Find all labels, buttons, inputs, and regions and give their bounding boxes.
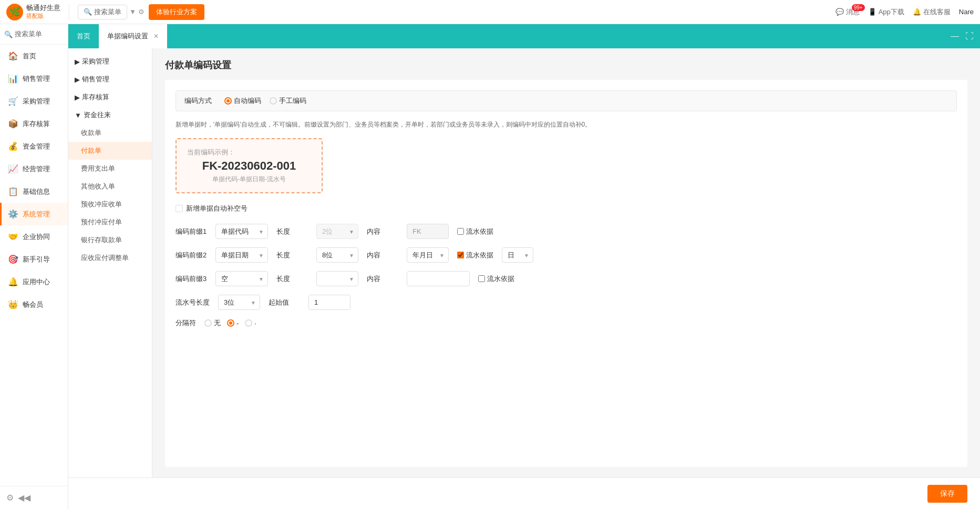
online-service-btn[interactable]: 🔔 在线客服 xyxy=(913,7,951,17)
page-title: 付款单编码设置 xyxy=(165,59,967,71)
start-value-input[interactable] xyxy=(308,295,350,310)
prefix1-select-wrapper: 单据代码 ▼ xyxy=(215,224,268,239)
content2-select[interactable]: 年月日 xyxy=(407,247,449,263)
content3-input[interactable] xyxy=(407,271,470,286)
encoding-radio-group: 自动编码 手工编码 xyxy=(224,96,306,106)
sidebar-item-partner[interactable]: 🤝 企业协同 xyxy=(0,225,68,248)
length2-select[interactable]: 8位 xyxy=(316,247,358,263)
waterfall1-checkbox[interactable] xyxy=(457,228,464,235)
search-menu-btn[interactable]: 🔍 搜索菜单 xyxy=(78,5,127,19)
sep-dash-radio[interactable]: · xyxy=(245,319,256,327)
guide-icon: 🎯 xyxy=(8,254,18,264)
period-select[interactable]: 日 xyxy=(502,247,533,263)
tab-home-label: 首页 xyxy=(77,32,90,41)
sidebar-item-home[interactable]: 🏠 首页 xyxy=(0,45,68,67)
waterfall1-checkbox-label[interactable]: 流水依据 xyxy=(457,227,493,236)
sidebar-item-member[interactable]: 👑 畅会员 xyxy=(0,293,68,316)
message-btn[interactable]: 💬 消息 99+ xyxy=(835,7,860,17)
logo-name: 畅通好生意 xyxy=(26,4,60,12)
sidebar-item-label: 企业协同 xyxy=(23,232,50,242)
length3-select[interactable] xyxy=(316,271,358,286)
sidebar-item-base[interactable]: 📋 基础信息 xyxy=(0,180,68,203)
sub-group-inventory-title[interactable]: ▶ 库存核算 xyxy=(68,88,152,106)
waterfall2-checkbox-label[interactable]: 流水依据 xyxy=(457,251,493,260)
serial-length-select[interactable]: 3位 xyxy=(218,295,260,310)
sub-item-qita[interactable]: 其他收入单 xyxy=(68,178,152,195)
waterfall3-checkbox-label[interactable]: 流水依据 xyxy=(478,274,514,284)
auto-fill-checkbox[interactable] xyxy=(176,205,183,212)
sub-item-fukuandan[interactable]: 付款单 xyxy=(68,142,152,160)
manual-code-radio-circle xyxy=(270,97,277,105)
preview-box: 当前编码示例： FK-20230602-001 单据代码-单据日期-流水号 xyxy=(176,138,323,193)
sub-group-purchase-title[interactable]: ▶ 采购管理 xyxy=(68,53,152,70)
tab-close-icon[interactable]: ✕ xyxy=(153,33,159,40)
save-button[interactable]: 保存 xyxy=(927,485,967,503)
length1-select[interactable]: 2位 xyxy=(316,224,358,239)
serial-length-label: 流水号长度 xyxy=(176,298,210,307)
settings-bottom-icon[interactable]: ⚙ xyxy=(6,493,14,503)
sep-none-radio[interactable]: 无 xyxy=(204,318,221,328)
sep-dot-radio[interactable]: - xyxy=(227,319,239,327)
right-panel: ▶ 采购管理 ▶ 销售管理 ▶ 库存核算 xyxy=(68,48,980,477)
prefix3-select[interactable]: 空 xyxy=(215,271,268,286)
auto-code-radio[interactable]: 自动编码 xyxy=(224,96,261,106)
separator-row: 分隔符 无 - · xyxy=(176,318,957,328)
sub-item-yushou[interactable]: 预收冲应收单 xyxy=(68,195,152,213)
collapse-icon[interactable]: ◀◀ xyxy=(18,493,30,503)
sidebar-item-appstore[interactable]: 🔔 应用中心 xyxy=(0,271,68,293)
sidebar-item-system[interactable]: ⚙️ 系统管理 xyxy=(0,203,68,225)
sales-icon: 📊 xyxy=(8,74,18,84)
message-icon: 💬 xyxy=(835,8,844,16)
industry-btn[interactable]: 体验行业方案 xyxy=(149,4,204,20)
message-badge: 99+ xyxy=(852,4,865,11)
sidebar: 🔍 搜索菜单 🏠 首页 📊 销售管理 🛒 采购管理 📦 库存核算 💰 资金管理 … xyxy=(0,24,68,509)
prefix1-select[interactable]: 单据代码 xyxy=(215,224,268,239)
sidebar-item-inventory[interactable]: 📦 库存核算 xyxy=(0,112,68,135)
sidebar-item-finance[interactable]: 💰 资金管理 xyxy=(0,135,68,158)
sidebar-item-sales[interactable]: 📊 销售管理 xyxy=(0,67,68,90)
sub-item-adjust[interactable]: 应收应付调整单 xyxy=(68,249,152,267)
tab-bar-actions: — ⛶ xyxy=(948,29,980,43)
prefix2-select[interactable]: 单据日期 xyxy=(215,247,268,263)
start-value-label: 起始值 xyxy=(269,298,300,307)
sep-none-label: 无 xyxy=(214,318,221,328)
waterfall2-checkbox[interactable] xyxy=(457,252,464,258)
prefix2-label: 编码前缀2 xyxy=(176,251,207,260)
waterfall3-checkbox[interactable] xyxy=(478,275,485,282)
sidebar-item-purchase[interactable]: 🛒 采购管理 xyxy=(0,90,68,112)
waterfall1-label: 流水依据 xyxy=(466,227,493,236)
tab-encoding-settings[interactable]: 单据编码设置 ✕ xyxy=(99,24,167,48)
service-icon: 🔔 xyxy=(913,8,921,16)
sep-none-radio-circle xyxy=(204,319,212,327)
dropdown-btn[interactable]: ▼ xyxy=(129,8,136,16)
top-bar-right: 💬 消息 99+ 📱 App下载 🔔 在线客服 Nare xyxy=(835,7,974,17)
sidebar-item-label: 新手引导 xyxy=(23,255,50,264)
sidebar-item-label: 采购管理 xyxy=(23,97,50,106)
content-area: 首页 单据编码设置 ✕ — ⛶ ▶ 采购管理 xyxy=(68,24,980,509)
tab-maximize-btn[interactable]: ⛶ xyxy=(963,29,976,43)
search-icon: 🔍 xyxy=(84,8,92,16)
sub-item-yufu[interactable]: 预付冲应付单 xyxy=(68,213,152,231)
sidebar-search[interactable]: 🔍 搜索菜单 xyxy=(0,24,68,45)
app-download-btn[interactable]: 📱 App下载 xyxy=(868,7,904,17)
sub-item-bank[interactable]: 银行存取款单 xyxy=(68,231,152,249)
waterfall2-label: 流水依据 xyxy=(466,251,493,260)
manual-code-label: 手工编码 xyxy=(279,96,306,106)
sub-group-capital-title[interactable]: ▼ 资金往来 xyxy=(68,106,152,124)
settings-btn[interactable]: ⚙ xyxy=(138,8,145,16)
sub-group-inventory: ▶ 库存核算 xyxy=(68,88,152,106)
sub-group-sales-title[interactable]: ▶ 销售管理 xyxy=(68,70,152,88)
logo-sub: 搭配版 xyxy=(26,12,60,20)
sub-item-feiyong[interactable]: 费用支出单 xyxy=(68,160,152,178)
content1-input[interactable] xyxy=(407,224,449,239)
sub-sidebar: ▶ 采购管理 ▶ 销售管理 ▶ 库存核算 xyxy=(68,48,152,477)
sidebar-item-label: 资金管理 xyxy=(23,142,50,151)
preview-desc: 单据代码-单据日期-流水号 xyxy=(187,175,311,184)
sidebar-item-guide[interactable]: 🎯 新手引导 xyxy=(0,248,68,271)
sub-item-shoukuandan[interactable]: 收款单 xyxy=(68,124,152,142)
sidebar-item-operations[interactable]: 📈 经营管理 xyxy=(0,158,68,180)
tab-minimize-btn[interactable]: — xyxy=(948,29,961,43)
prefix1-row: 编码前缀1 单据代码 ▼ 长度 2位 ▼ xyxy=(176,224,957,239)
tab-home[interactable]: 首页 xyxy=(68,24,99,48)
manual-code-radio[interactable]: 手工编码 xyxy=(270,96,306,106)
